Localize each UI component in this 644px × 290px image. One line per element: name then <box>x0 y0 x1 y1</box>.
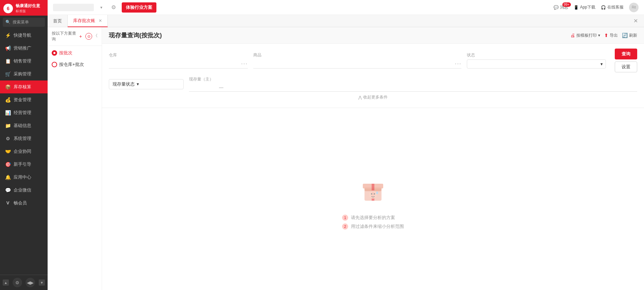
scheme-item-batch[interactable]: 按批次 <box>48 47 102 59</box>
scroll-down-btn[interactable]: ▼ <box>39 279 45 286</box>
product-input[interactable]: ··· <box>253 59 462 69</box>
settings-btn[interactable]: ⚙ <box>13 278 22 287</box>
collapse-panel-btn[interactable]: 《 <box>94 33 98 40</box>
topbar-right: 💬 消息 99+ 📱 App下载 🎧 在线客服 Rit <box>554 3 639 12</box>
filter-row-1: 仓库 ··· 商品 ··· <box>109 49 637 72</box>
scheme-dot-active <box>52 50 57 56</box>
scheme-header-label: 按以下方案查询 <box>52 31 77 42</box>
content-area: 按以下方案查询 + ⊙ 《 按批次 按仓库+批次 <box>48 27 644 290</box>
sidebar-item-label: 应用中心 <box>14 174 31 180</box>
sidebar-item-wechat[interactable]: 💬 企业微信 <box>0 184 48 197</box>
newbie-icon: 🎯 <box>5 161 11 167</box>
scheme-item-label: 按批次 <box>59 50 72 56</box>
user-avatar[interactable]: Rit <box>629 3 639 12</box>
scheme-item-label: 按仓库+批次 <box>59 61 84 68</box>
collapse-btn[interactable]: ◀▶ <box>26 278 35 287</box>
inventory-status-label: 现存量状态 <box>113 81 135 87</box>
inventory-status-select[interactable]: 现存量状态 ▾ <box>109 79 184 89</box>
status-select[interactable]: ▾ <box>467 59 606 69</box>
scheme-dot-inner <box>53 52 55 54</box>
app-version: 标准版 <box>16 9 44 14</box>
purchase-icon: 🛒 <box>5 71 11 77</box>
empty-tip-1: 1 请先选择要分析的方案 <box>342 215 404 221</box>
finance-icon: 💰 <box>5 97 11 103</box>
query-btn[interactable]: 查询 <box>615 49 637 59</box>
refresh-icon: 🔄 <box>622 33 628 38</box>
svg-point-6 <box>374 193 375 195</box>
tab-inventory-batch[interactable]: 库存批次账 ✕ <box>68 15 108 27</box>
warehouse-filter: 仓库 ··· <box>109 52 248 69</box>
topbar: ▾ ⚙ 体验行业方案 💬 消息 99+ 📱 App下载 🎧 在线客服 Rit <box>48 0 644 15</box>
messages-btn[interactable]: 💬 消息 99+ <box>554 4 568 10</box>
sidebar-item-shortcuts[interactable]: ⚡ 快捷导航 <box>0 29 48 42</box>
qty-from-input[interactable] <box>189 85 216 90</box>
sidebar-item-member[interactable]: V 畅会员 <box>0 197 48 210</box>
settings-btn[interactable]: 设置 <box>615 61 637 72</box>
collapse-label: 收起更多条件 <box>363 94 388 100</box>
print-label: 按模板打印 <box>576 33 597 38</box>
sidebar-item-sales[interactable]: 📋 销售管理 <box>0 55 48 68</box>
sidebar-item-purchase[interactable]: 🛒 采购管理 <box>0 68 48 80</box>
tabs-bar: 首页 库存批次账 ✕ ✕ <box>48 15 644 27</box>
scheme-settings-btn[interactable]: ⊙ <box>85 33 92 40</box>
search-icon: 🔍 <box>5 20 11 24</box>
sidebar-item-inventory[interactable]: 📦 库存核算 <box>0 80 48 93</box>
marketing-icon: 📢 <box>5 45 11 51</box>
export-btn[interactable]: ⬆ 导出 <box>604 33 618 38</box>
sidebar-item-label: 基础信息 <box>14 123 31 129</box>
sidebar-item-label: 企业微信 <box>14 187 31 193</box>
sidebar-item-marketing[interactable]: 📢 营销推广 <box>0 42 48 55</box>
tip-num-1: 1 <box>342 215 348 221</box>
online-service-btn[interactable]: 🎧 在线客服 <box>601 4 624 10</box>
inventory-icon: 📦 <box>5 84 11 90</box>
app-name: 畅康通好生意 <box>16 3 44 9</box>
inventory-status-filter: 现存量状态 ▾ <box>109 79 184 89</box>
sidebar-item-enterprise[interactable]: 🤝 企业协同 <box>0 145 48 158</box>
experience-btn[interactable]: 体验行业方案 <box>122 2 156 13</box>
scheme-panel: 按以下方案查询 + ⊙ 《 按批次 按仓库+批次 <box>48 27 102 290</box>
collapse-more-btn[interactable]: ⋀ 收起更多条件 <box>109 92 637 103</box>
avatar-text: Rit <box>632 5 636 9</box>
phone-icon: 📱 <box>574 5 579 10</box>
sidebar-item-operations[interactable]: 📊 经营管理 <box>0 106 48 119</box>
warehouse-input[interactable]: ··· <box>109 59 248 69</box>
tip-num-2: 2 <box>342 223 348 230</box>
tabs-close-all-btn[interactable]: ✕ <box>633 18 638 24</box>
app-download-btn[interactable]: 📱 App下载 <box>574 4 595 10</box>
sidebar-item-newbie[interactable]: 🎯 新手引导 <box>0 158 48 171</box>
sidebar-item-label: 企业协同 <box>14 148 31 155</box>
breadcrumb-dropdown-btn[interactable]: ▾ <box>97 3 105 12</box>
qty-to-input[interactable] <box>226 85 253 90</box>
empty-tip-2: 2 用过滤条件来缩小分析范围 <box>342 223 404 230</box>
print-dropdown-icon: ▾ <box>598 33 600 38</box>
scroll-up-btn[interactable]: ▲ <box>3 279 9 286</box>
product-label: 商品 <box>253 52 462 58</box>
scheme-header-actions: + ⊙ 《 <box>77 33 98 40</box>
sidebar-header: 6 畅康通好生意 标准版 <box>0 0 48 16</box>
product-filter: 商品 ··· <box>253 52 462 69</box>
sidebar-item-app-center[interactable]: 🔔 应用中心 <box>0 171 48 184</box>
filter-area: 仓库 ··· 商品 ··· <box>102 44 644 108</box>
tab-home[interactable]: 首页 <box>48 15 68 27</box>
filter-row-2: 现存量状态 ▾ 现存量（主） — <box>109 76 637 92</box>
refresh-btn[interactable]: 🔄 刷新 <box>622 33 637 38</box>
breadcrumb-input[interactable] <box>53 4 94 11</box>
tab-close-btn[interactable]: ✕ <box>99 18 102 23</box>
scheme-item-warehouse-batch[interactable]: 按仓库+批次 <box>48 59 102 70</box>
sidebar-search[interactable]: 🔍 搜索菜单 <box>3 18 45 27</box>
right-panel: 现存量查询(按批次) 🖨 按模板打印 ▾ ⬆ 导出 🔄 刷新 <box>102 27 644 290</box>
product-dots: ··· <box>455 61 461 67</box>
qty-dash: — <box>219 85 223 90</box>
sidebar-item-label: 畅会员 <box>14 200 27 206</box>
dropdown-icon: ▾ <box>137 81 139 87</box>
page-header: 现存量查询(按批次) 🖨 按模板打印 ▾ ⬆ 导出 🔄 刷新 <box>102 27 644 44</box>
tip-text-1: 请先选择要分析的方案 <box>351 215 395 221</box>
svg-point-4 <box>369 191 377 199</box>
sidebar-item-finance[interactable]: 💰 资金管理 <box>0 93 48 106</box>
sidebar-item-basic-info[interactable]: 📁 基础信息 <box>0 119 48 132</box>
print-btn[interactable]: 🖨 按模板打印 ▾ <box>570 33 600 38</box>
add-scheme-btn[interactable]: + <box>77 33 84 40</box>
sidebar-item-system[interactable]: ⚙ 系统管理 <box>0 132 48 145</box>
topbar-settings-btn[interactable]: ⚙ <box>109 3 118 12</box>
app-download-label: App下载 <box>580 4 595 10</box>
